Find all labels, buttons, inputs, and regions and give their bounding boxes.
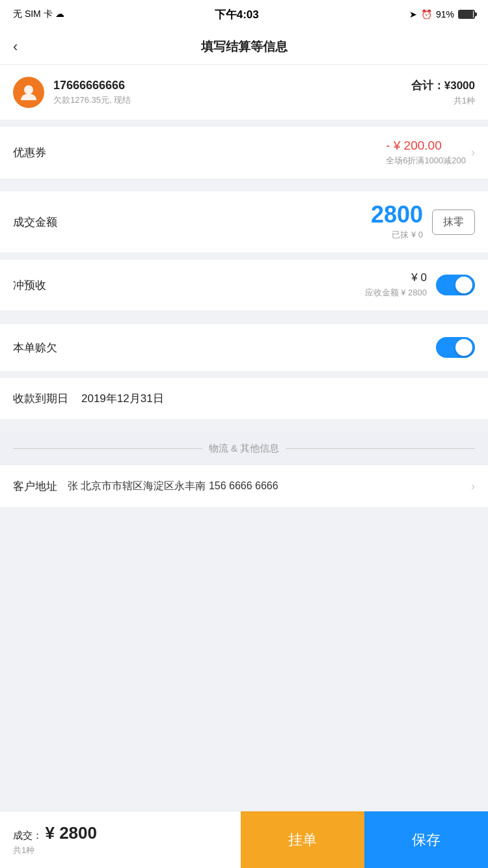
section-divider-3 bbox=[0, 426, 488, 432]
status-right: ➤ ⏰ 91% bbox=[409, 9, 475, 20]
coupon-discount: - ¥ 200.00 bbox=[386, 139, 466, 153]
logistics-line-right bbox=[286, 448, 475, 449]
deferred-label: 本单赊欠 bbox=[13, 340, 57, 355]
status-left: 无 SIM 卡 ☁ bbox=[13, 8, 64, 20]
coupon-desc: 全场6折满1000减200 bbox=[386, 155, 466, 167]
prepay-info: ¥ 0 应收金额 ¥ 2800 bbox=[365, 271, 427, 299]
gray-area bbox=[0, 513, 488, 631]
deal-right: 2800 已抹 ¥ 0 抹零 bbox=[371, 203, 475, 241]
total-count: 共1种 bbox=[411, 95, 475, 107]
svg-point-0 bbox=[24, 85, 33, 94]
user-debt: 欠款1276.35元, 现结 bbox=[53, 94, 131, 106]
logistics-header: 物流 & 其他信息 bbox=[0, 432, 488, 465]
address-label: 客户地址 bbox=[13, 479, 57, 494]
bottom-bar: 成交： ¥ 2800 共1种 挂单 保存 bbox=[0, 811, 488, 868]
section-divider-1 bbox=[0, 185, 488, 191]
bottom-deal-row: 成交： ¥ 2800 bbox=[13, 823, 228, 843]
sim-label: 无 SIM 卡 ☁ bbox=[13, 8, 64, 20]
deal-amount-row: 成交金额 2800 已抹 ¥ 0 抹零 bbox=[0, 191, 488, 253]
logistics-title: 物流 & 其他信息 bbox=[209, 442, 279, 455]
due-date-label: 收款到期日 bbox=[13, 391, 68, 406]
user-details: 17666666666 欠款1276.35元, 现结 bbox=[53, 79, 131, 106]
back-button[interactable]: ‹ bbox=[13, 38, 18, 55]
coupon-row[interactable]: 优惠券 - ¥ 200.00 全场6折满1000减200 › bbox=[0, 127, 488, 178]
deferred-toggle[interactable] bbox=[436, 337, 475, 358]
deferred-toggle-knob bbox=[455, 339, 472, 356]
logistics-line-left bbox=[13, 448, 202, 449]
prepay-row: 冲预收 ¥ 0 应收金额 ¥ 2800 bbox=[0, 260, 488, 310]
coupon-label: 优惠券 bbox=[13, 145, 46, 160]
coupon-info: - ¥ 200.00 全场6折满1000减200 bbox=[386, 139, 466, 167]
avatar bbox=[13, 77, 44, 108]
status-bar: 无 SIM 卡 ☁ 下午4:03 ➤ ⏰ 91% bbox=[0, 0, 488, 29]
user-phone: 17666666666 bbox=[53, 79, 131, 92]
status-time: 下午4:03 bbox=[215, 7, 259, 22]
section-divider-2 bbox=[0, 317, 488, 323]
hang-button[interactable]: 挂单 bbox=[241, 811, 364, 869]
round-zero-button[interactable]: 抹零 bbox=[432, 210, 475, 235]
bottom-deal-label: 成交： bbox=[13, 830, 42, 841]
prepay-toggle[interactable] bbox=[436, 275, 475, 295]
address-row[interactable]: 客户地址 张 北京市市辖区海淀区永丰南 156 6666 6666 › bbox=[0, 465, 488, 507]
deal-amount-info: 2800 已抹 ¥ 0 bbox=[371, 203, 423, 241]
page-title: 填写结算等信息 bbox=[201, 38, 288, 55]
bottom-count: 共1种 bbox=[13, 845, 228, 856]
prepay-label: 冲预收 bbox=[13, 278, 46, 293]
address-value: 张 北京市市辖区海淀区永丰南 156 6666 6666 bbox=[68, 478, 461, 494]
toggle-knob bbox=[455, 277, 472, 293]
battery-icon bbox=[458, 10, 475, 19]
prepay-receivable: 应收金额 ¥ 2800 bbox=[365, 287, 427, 299]
alarm-icon: ⏰ bbox=[421, 9, 432, 20]
deal-amount-label: 成交金额 bbox=[13, 215, 57, 230]
prepay-amount: ¥ 0 bbox=[365, 271, 427, 284]
due-date-row: 收款到期日 2019年12月31日 bbox=[0, 377, 488, 419]
main-content: 17666666666 欠款1276.35元, 现结 合计：¥3000 共1种 … bbox=[0, 65, 488, 696]
total-amount: 合计：¥3000 bbox=[411, 78, 475, 93]
deal-sub: 已抹 ¥ 0 bbox=[371, 229, 423, 241]
bottom-summary: 成交： ¥ 2800 共1种 bbox=[0, 823, 241, 856]
user-total: 合计：¥3000 共1种 bbox=[411, 78, 475, 107]
prepay-right: ¥ 0 应收金额 ¥ 2800 bbox=[365, 271, 475, 299]
coupon-right: - ¥ 200.00 全场6折满1000减200 › bbox=[386, 139, 475, 167]
nav-bar: ‹ 填写结算等信息 bbox=[0, 29, 488, 65]
save-button[interactable]: 保存 bbox=[364, 811, 488, 869]
coupon-chevron-icon: › bbox=[471, 146, 475, 159]
bottom-deal-amount: ¥ 2800 bbox=[45, 823, 97, 843]
battery-label: 91% bbox=[436, 9, 454, 20]
address-chevron-icon: › bbox=[471, 480, 475, 493]
user-info-card: 17666666666 欠款1276.35元, 现结 合计：¥3000 共1种 bbox=[0, 65, 488, 120]
deal-amount-value: 2800 bbox=[371, 203, 423, 226]
location-icon: ➤ bbox=[409, 9, 417, 20]
deferred-row: 本单赊欠 bbox=[0, 323, 488, 371]
user-left: 17666666666 欠款1276.35元, 现结 bbox=[13, 77, 131, 108]
due-date-value: 2019年12月31日 bbox=[81, 391, 164, 406]
